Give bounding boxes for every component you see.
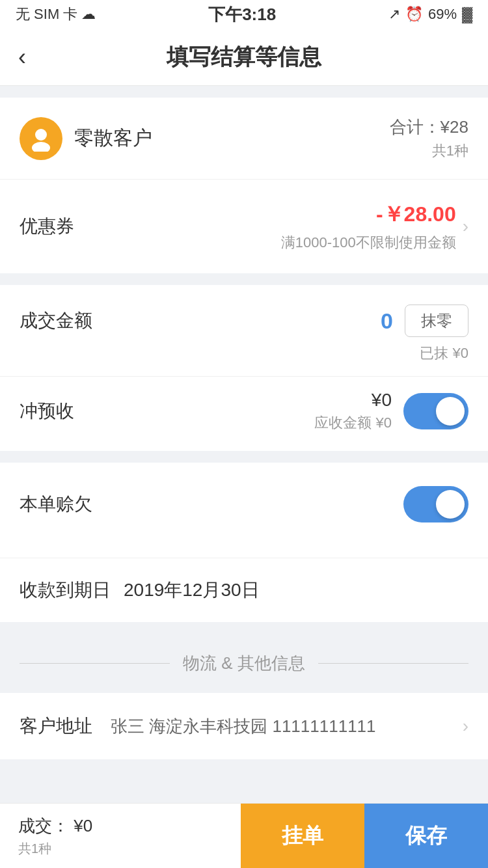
save-button[interactable]: 保存: [364, 804, 488, 868]
logistics-header: 物流 & 其他信息: [0, 634, 488, 693]
back-button[interactable]: ‹: [18, 44, 26, 71]
battery-icon: ▓: [462, 6, 472, 23]
person-icon: [28, 126, 54, 152]
coupon-label: 优惠券: [20, 214, 74, 239]
debt-label: 本单赊欠: [20, 492, 92, 517]
status-bar: 无 SIM 卡 ☁ 下午3:18 ↗ ⏰ 69% ▓: [0, 0, 488, 29]
coupon-right: -￥28.00 满1000-100不限制使用金额 ›: [281, 200, 468, 252]
debt-toggle[interactable]: [403, 486, 468, 522]
debt-row: 本单赊欠: [0, 463, 488, 546]
coupon-description: 满1000-100不限制使用金额: [281, 233, 456, 252]
coupon-row[interactable]: 优惠券 -￥28.00 满1000-100不限制使用金额 ›: [0, 179, 488, 273]
nav-bar: ‹ 填写结算等信息: [0, 29, 488, 86]
status-left: 无 SIM 卡 ☁: [16, 5, 96, 24]
address-section: 客户地址 张三 海淀永丰科技园 11111111111 ›: [0, 693, 488, 759]
prepay-right: ¥0 应收金额 ¥0: [314, 390, 468, 433]
svg-point-1: [32, 142, 50, 152]
address-row[interactable]: 客户地址 张三 海淀永丰科技园 11111111111 ›: [0, 693, 488, 759]
prepay-receivable: 应收金额 ¥0: [314, 413, 392, 433]
prepay-label: 冲预收: [20, 399, 74, 424]
address-value: 张三 海淀永丰科技园 11111111111: [111, 715, 463, 738]
prepay-info: ¥0 应收金额 ¥0: [314, 390, 392, 433]
customer-count: 共1种: [390, 141, 468, 161]
customer-right: 合计：¥28 共1种: [390, 116, 468, 161]
logistics-line-left: [20, 663, 170, 664]
prepay-toggle[interactable]: [403, 393, 468, 429]
customer-name: 零散客户: [74, 125, 152, 152]
round-zero-button[interactable]: 抹零: [405, 305, 468, 337]
hang-button[interactable]: 挂单: [241, 804, 364, 868]
toggle-knob: [436, 397, 465, 426]
deal-amount-row: 成交金额 0 抹零: [0, 285, 488, 344]
coupon-discount: -￥28.00: [281, 200, 456, 229]
alarm-icon: ⏰: [405, 6, 423, 23]
bottom-summary: 成交： ¥0 共1种: [0, 804, 241, 868]
prepay-amount: ¥0: [314, 390, 392, 411]
page-title: 填写结算等信息: [167, 42, 321, 72]
due-date-row: 收款到期日 2019年12月30日: [0, 558, 488, 622]
logistics-section: 物流 & 其他信息: [0, 634, 488, 693]
bottom-deal-label: 成交： ¥0: [18, 815, 223, 837]
status-right: ↗ ⏰ 69% ▓: [388, 6, 472, 23]
deal-amount-value[interactable]: 0: [381, 308, 393, 334]
coupon-info: -￥28.00 满1000-100不限制使用金额: [281, 200, 456, 252]
customer-section: 零散客户 合计：¥28 共1种 优惠券 -￥28.00 满1000-100不限制…: [0, 98, 488, 273]
divider: [0, 622, 488, 634]
customer-total: 合计：¥28: [390, 116, 468, 139]
location-icon: ↗: [388, 6, 400, 23]
deal-amount-sub: 已抹 ¥0: [0, 344, 488, 376]
deal-amount-section: 成交金额 0 抹零 已抹 ¥0 冲预收 ¥0 应收金额 ¥0: [0, 285, 488, 451]
debt-section: 本单赊欠 收款到期日 2019年12月30日: [0, 463, 488, 622]
deal-amount-right: 0 抹零: [381, 305, 468, 337]
bottom-bar: 成交： ¥0 共1种 挂单 保存: [0, 803, 488, 868]
deal-amount-label: 成交金额: [20, 308, 92, 333]
battery-text: 69%: [428, 6, 457, 23]
svg-point-0: [35, 129, 47, 141]
main-content: 零散客户 合计：¥28 共1种 优惠券 -￥28.00 满1000-100不限制…: [0, 98, 488, 836]
debt-toggle-knob: [436, 490, 465, 519]
customer-left: 零散客户: [20, 117, 152, 160]
status-time: 下午3:18: [208, 3, 276, 26]
address-label: 客户地址: [20, 714, 98, 739]
sim-status: 无 SIM 卡 ☁: [16, 5, 96, 24]
prepay-row: 冲预收 ¥0 应收金额 ¥0: [0, 376, 488, 451]
logistics-line-right: [318, 663, 468, 664]
logistics-label: 物流 & 其他信息: [183, 652, 305, 675]
customer-row: 零散客户 合计：¥28 共1种: [0, 98, 488, 179]
address-chevron-icon: ›: [463, 716, 468, 737]
chevron-right-icon: ›: [463, 216, 468, 237]
due-date-label: 收款到期日: [20, 578, 111, 603]
due-date-value: 2019年12月30日: [124, 578, 260, 603]
bottom-count-label: 共1种: [18, 840, 223, 858]
customer-avatar: [20, 117, 62, 160]
